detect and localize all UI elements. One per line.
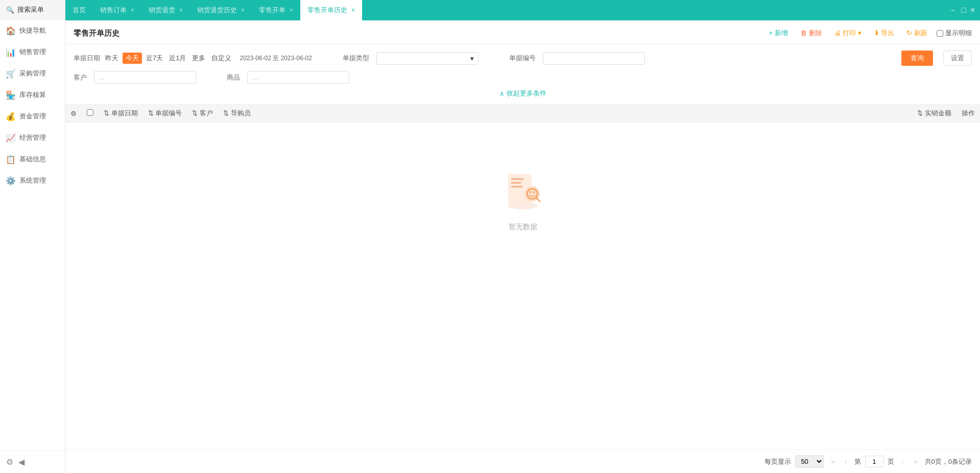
sidebar-icon-system: ⚙️ bbox=[6, 176, 15, 185]
display-cols-checkbox[interactable] bbox=[937, 30, 943, 37]
svg-rect-3 bbox=[511, 182, 521, 184]
query-button[interactable]: 查询 bbox=[901, 51, 933, 66]
collapse-up-icon: ∧ bbox=[499, 90, 505, 97]
tab-home[interactable]: 首页 bbox=[65, 0, 93, 20]
sidebar-item-system[interactable]: ⚙️系统管理 bbox=[0, 170, 65, 191]
tab-retail-open-history[interactable]: 零售开单历史× bbox=[300, 0, 362, 20]
per-page-select[interactable]: 50 10 20 100 bbox=[795, 455, 824, 468]
main-area: 首页销售订单×销货退货×销货退货历史×零售开单×零售开单历史× － □ × 零售… bbox=[65, 0, 980, 473]
svg-rect-2 bbox=[511, 178, 523, 180]
tab-bar-end: － □ × bbox=[949, 5, 980, 16]
customer-filter: 客户 … bbox=[74, 71, 196, 84]
th-customer[interactable]: ⇅ 客户 bbox=[187, 105, 218, 122]
date-filter-label: 单据日期 bbox=[74, 54, 100, 63]
table-area: ⚙ ⇅ 单据日期 ⇅ 单据编号 ⇅ 客户 ⇅ 导购员 ⇅ 实销金额 操作 bbox=[65, 105, 980, 450]
sidebar-icon-operation: 📈 bbox=[6, 133, 15, 142]
customer-select[interactable]: … bbox=[94, 71, 196, 84]
display-cols-checkbox-label[interactable]: 显示明细 bbox=[937, 29, 972, 38]
sidebar-item-purchase-mgmt[interactable]: 🛒采购管理 bbox=[0, 63, 65, 84]
sidebar: 🔍 搜索采单 🏠快捷导航📊销售管理🛒采购管理🏪库存核算💰资金管理📈经营管理📋基础… bbox=[0, 0, 65, 473]
sidebar-search[interactable]: 🔍 搜索采单 bbox=[0, 0, 65, 20]
th-checkbox[interactable] bbox=[82, 105, 99, 122]
th-gear[interactable]: ⚙ bbox=[65, 105, 82, 122]
empty-text: 暂无数据 bbox=[509, 222, 537, 232]
th-date[interactable]: ⇅ 单据日期 bbox=[99, 105, 143, 122]
pagination: 每页显示 50 10 20 100 « ‹ 第 页 › » 共0页，0条记录 bbox=[65, 450, 980, 473]
date-opt-last7[interactable]: 近7天 bbox=[144, 53, 165, 64]
tab-close-sales-order[interactable]: × bbox=[131, 7, 134, 14]
date-opt-more[interactable]: 更多 bbox=[190, 53, 207, 64]
sidebar-item-finance[interactable]: 💰资金管理 bbox=[0, 106, 65, 127]
tab-close-sales-return-history[interactable]: × bbox=[241, 7, 245, 14]
doc-type-label: 单据类型 bbox=[343, 54, 369, 63]
print-button[interactable]: 🖨 打印 ▾ bbox=[831, 27, 865, 40]
sidebar-icon-sales-mgmt: 📊 bbox=[6, 47, 15, 57]
date-opt-custom[interactable]: 自定义 bbox=[209, 53, 233, 64]
tab-retail-open[interactable]: 零售开单× bbox=[252, 0, 300, 20]
settings-button[interactable]: 设置 bbox=[943, 51, 972, 66]
customer-placeholder: … bbox=[99, 73, 105, 81]
sidebar-search-label: 搜索采单 bbox=[17, 5, 44, 14]
first-page-btn[interactable]: « bbox=[828, 457, 838, 466]
product-select[interactable]: … bbox=[247, 71, 349, 84]
tab-close-sales-return[interactable]: × bbox=[179, 7, 183, 14]
th-salesperson[interactable]: ⇅ 导购员 bbox=[218, 105, 256, 122]
svg-rect-4 bbox=[511, 186, 522, 187]
tab-close-retail-open-history[interactable]: × bbox=[351, 7, 355, 14]
sidebar-icon-purchase-mgmt: 🛒 bbox=[6, 69, 15, 78]
refresh-button[interactable]: ↻ 刷新 bbox=[903, 27, 930, 40]
export-button[interactable]: ⬇ 导出 bbox=[871, 27, 898, 40]
select-all-checkbox[interactable] bbox=[87, 109, 93, 116]
filter-collapse-btn[interactable]: ∧ 收起更多条件 bbox=[74, 89, 972, 98]
page-header: 零售开单历史 + 新增 🗑 删除 🖨 打印 ▾ ⬇ 导出 ↻ 刷新 显示明细 bbox=[65, 20, 980, 44]
th-doc-num[interactable]: ⇅ 单据编号 bbox=[143, 105, 187, 122]
tab-label-sales-order: 销售订单 bbox=[100, 6, 127, 15]
doc-type-filter: 单据类型 ▾ bbox=[343, 52, 479, 65]
window-maximize-btn[interactable]: □ bbox=[961, 6, 966, 15]
svg-point-9 bbox=[533, 191, 535, 193]
last-page-btn[interactable]: » bbox=[911, 457, 920, 466]
date-opt-last_month[interactable]: 近1月 bbox=[167, 53, 188, 64]
th-spacer bbox=[256, 105, 913, 122]
doc-num-input[interactable] bbox=[543, 52, 645, 65]
sidebar-nav: 🏠快捷导航📊销售管理🛒采购管理🏪库存核算💰资金管理📈经营管理📋基础信息⚙️系统管… bbox=[0, 20, 65, 191]
page-number-input[interactable] bbox=[865, 456, 883, 467]
th-actual-amount[interactable]: ⇅ 实销金额 bbox=[912, 105, 957, 122]
sidebar-item-quick-nav[interactable]: 🏠快捷导航 bbox=[0, 20, 65, 41]
tab-sales-return[interactable]: 销货退货× bbox=[141, 0, 190, 20]
date-opt-yesterday[interactable]: 昨天 bbox=[103, 53, 121, 64]
tab-label-sales-return: 销货退货 bbox=[149, 6, 175, 15]
doc-type-arrow: ▾ bbox=[470, 55, 474, 62]
collapse-sidebar-icon[interactable]: ◀ bbox=[18, 457, 25, 467]
date-options: 昨天今天近7天近1月更多自定义 bbox=[103, 53, 233, 64]
sidebar-item-operation[interactable]: 📈经营管理 bbox=[0, 127, 65, 148]
th-operation: 操作 bbox=[957, 105, 980, 122]
next-page-btn[interactable]: › bbox=[898, 457, 906, 466]
tab-sales-return-history[interactable]: 销货退货历史× bbox=[190, 0, 252, 20]
prev-page-btn[interactable]: ‹ bbox=[842, 457, 850, 466]
tab-list: 首页销售订单×销货退货×销货退货历史×零售开单×零售开单历史× bbox=[65, 0, 362, 20]
window-close-btn[interactable]: × bbox=[970, 6, 975, 15]
sidebar-label-system: 系统管理 bbox=[19, 176, 46, 185]
tab-label-sales-return-history: 销货退货历史 bbox=[197, 6, 237, 15]
filter-row-1: 单据日期 昨天今天近7天近1月更多自定义 2023-06-02 至 2023-0… bbox=[74, 51, 972, 66]
sidebar-item-base-info[interactable]: 📋基础信息 bbox=[0, 148, 65, 170]
settings-bottom-icon[interactable]: ⚙ bbox=[6, 457, 13, 467]
sidebar-label-purchase-mgmt: 采购管理 bbox=[19, 69, 46, 78]
date-opt-today[interactable]: 今天 bbox=[123, 53, 142, 64]
delete-button[interactable]: 🗑 删除 bbox=[797, 27, 825, 40]
sidebar-item-inventory[interactable]: 🏪库存核算 bbox=[0, 84, 65, 106]
tab-sales-order[interactable]: 销售订单× bbox=[93, 0, 141, 20]
window-minimize-btn[interactable]: － bbox=[949, 5, 957, 16]
sidebar-label-base-info: 基础信息 bbox=[19, 155, 46, 164]
tab-label-home: 首页 bbox=[73, 6, 86, 15]
sidebar-label-operation: 经营管理 bbox=[19, 133, 46, 142]
tab-close-retail-open[interactable]: × bbox=[290, 7, 293, 14]
search-icon: 🔍 bbox=[6, 6, 14, 14]
add-button[interactable]: + 新增 bbox=[766, 27, 791, 40]
doc-type-select[interactable]: ▾ bbox=[376, 52, 479, 65]
doc-num-filter: 单据编号 bbox=[509, 52, 645, 65]
sidebar-label-sales-mgmt: 销售管理 bbox=[19, 47, 46, 57]
customer-label: 客户 bbox=[74, 73, 87, 82]
sidebar-item-sales-mgmt[interactable]: 📊销售管理 bbox=[0, 41, 65, 63]
